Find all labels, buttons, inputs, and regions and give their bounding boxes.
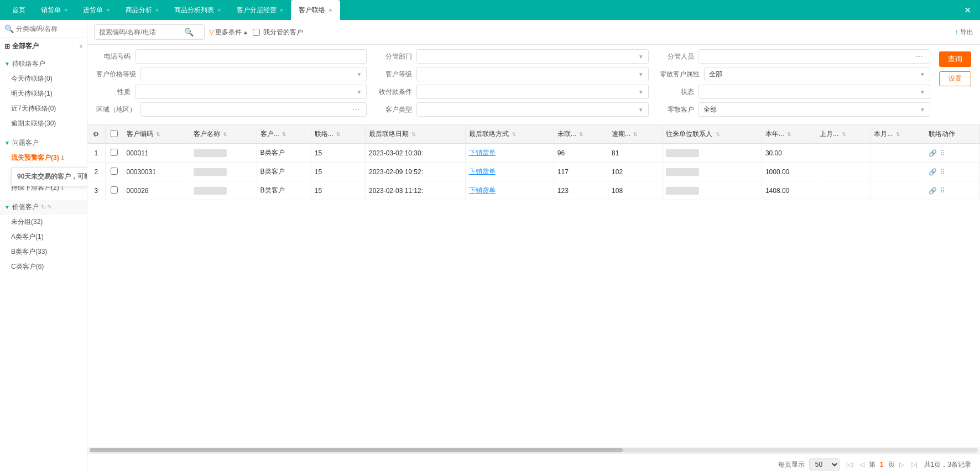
action-link-icon-2[interactable]: 🔗: [929, 168, 937, 176]
scrollbar-thumb[interactable]: [90, 448, 623, 452]
col-last-date[interactable]: 最后联络日期 ⇅: [365, 125, 465, 144]
edit-icon-value[interactable]: ✎: [47, 203, 52, 211]
filter-select-manager[interactable]: ···: [698, 49, 930, 64]
tab-analysis-list[interactable]: 商品分析列表 ×: [166, 0, 228, 20]
sidebar-item-overdue[interactable]: 逾期未联络(30): [0, 116, 87, 131]
cell-last-method-1[interactable]: 下销货单: [465, 144, 554, 163]
sidebar-item-a-class[interactable]: A类客户(1): [0, 229, 87, 244]
sort-icon-tmonth: ⇅: [896, 132, 900, 137]
cell-overdue-2: 102: [608, 163, 663, 181]
group-value-label: 价值客户: [12, 202, 39, 212]
sidebar-item-churn-warning[interactable]: 流失预警客户(3) ℹ 90天未交易的客户，可能有流失风险。: [0, 150, 87, 165]
search-input[interactable]: [99, 28, 182, 36]
action-menu-icon-1[interactable]: ⠿: [940, 149, 945, 157]
sidebar-group-pending-header[interactable]: ▼ 待联络客户: [0, 56, 87, 71]
tab-sales-close[interactable]: ×: [64, 7, 67, 13]
search-button-icon[interactable]: 🔍: [184, 28, 194, 36]
tab-sales[interactable]: 销货单 ×: [33, 0, 75, 20]
tab-customer-tier-close[interactable]: ×: [280, 7, 283, 13]
col-overdue[interactable]: 逾期... ⇅: [608, 125, 663, 144]
filter-select-customer-level[interactable]: ▼: [416, 67, 648, 81]
window-close-button[interactable]: ✕: [960, 5, 976, 15]
filter-row-2: 客户价格等级 ▼ 客户等级: [96, 67, 930, 81]
filter-select-status[interactable]: ▼: [698, 85, 930, 99]
col-code[interactable]: 客户编码 ⇅: [123, 125, 190, 144]
col-this-year[interactable]: 本年... ⇅: [762, 125, 816, 144]
more-conditions-btn[interactable]: ▽ 更多条件 ▲: [209, 28, 248, 37]
tab-home[interactable]: 首页: [4, 0, 33, 20]
col-last-method-label: 最后联络方式: [469, 130, 509, 138]
col-last-method[interactable]: 最后联络方式 ⇅: [465, 125, 554, 144]
filter-cell-region: 区域（地区） ···: [96, 102, 367, 117]
filter-select-payment[interactable]: ▼: [416, 85, 648, 99]
sort-icon-code: ⇅: [156, 132, 160, 137]
filter-row-1: 电话号码 分管部门 ▼: [96, 49, 930, 64]
sidebar-item-tomorrow[interactable]: 明天待联络(1): [0, 86, 87, 101]
filter-select-nature[interactable]: ▼: [135, 85, 367, 99]
col-last-month[interactable]: 上月... ⇅: [816, 125, 870, 144]
sidebar-item-c-class[interactable]: C类客户(6): [0, 259, 87, 274]
filter-select-customer-type[interactable]: ▼: [416, 102, 648, 117]
tab-analysis-list-close[interactable]: ×: [217, 7, 221, 13]
filter-select-retail-attr[interactable]: 全部 ▼: [704, 67, 930, 81]
settings-icon[interactable]: ⚙: [93, 131, 99, 138]
col-ctype[interactable]: 客户... ⇅: [257, 125, 311, 144]
page-last-btn[interactable]: ▷|: [909, 460, 920, 469]
filter-select-region[interactable]: ···: [140, 102, 367, 117]
sidebar-all-customers[interactable]: ⊞ 全部客户 «: [0, 38, 87, 54]
cell-last-method-2[interactable]: 下销货单: [465, 163, 554, 181]
page-prev-btn[interactable]: ◁: [857, 460, 867, 469]
col-checkbox[interactable]: [105, 125, 123, 144]
select-all-checkbox[interactable]: [111, 130, 118, 137]
refresh-icon-value[interactable]: ↻: [41, 203, 46, 211]
tab-analysis[interactable]: 商品分析 ×: [118, 0, 166, 20]
sort-icon-method: ⇅: [512, 132, 516, 137]
col-uncontact[interactable]: 未联... ⇅: [554, 125, 608, 144]
tab-customer-contact[interactable]: 客户联络 ×: [291, 0, 340, 20]
action-link-icon-3[interactable]: 🔗: [929, 187, 937, 195]
action-menu-icon-2[interactable]: ⠿: [940, 168, 945, 176]
per-page-select[interactable]: 50 20 100: [809, 458, 840, 471]
sidebar-group-problem-header[interactable]: ▼ 问题客户: [0, 135, 87, 150]
filter-input-phone[interactable]: [135, 49, 367, 64]
action-menu-icon-3[interactable]: ⠿: [940, 187, 945, 195]
filter-cell-price-level: 客户价格等级 ▼: [96, 67, 367, 81]
sidebar-item-ungroup[interactable]: 未分组(32): [0, 215, 87, 229]
cell-checkbox-1[interactable]: [105, 144, 123, 163]
tab-analysis-close[interactable]: ×: [155, 7, 159, 13]
filter-select-dept[interactable]: ▼: [416, 49, 648, 64]
sidebar-item-churn-warning-label: 流失预警客户(3): [11, 153, 59, 163]
sidebar-search-input[interactable]: [16, 25, 82, 33]
page-next-btn[interactable]: ▷: [897, 460, 906, 469]
page-first-btn[interactable]: |◁: [844, 460, 855, 469]
col-settings[interactable]: ⚙: [87, 125, 105, 144]
tab-customer-contact-close[interactable]: ×: [329, 7, 332, 13]
tab-purchase[interactable]: 进货单 ×: [75, 0, 117, 20]
filter-select-retail-customer[interactable]: 全部 ▼: [698, 102, 930, 117]
sidebar-item-today[interactable]: 今天待联络(0): [0, 71, 87, 86]
col-contact-person[interactable]: 往来单位联系人 ⇅: [663, 125, 762, 144]
my-customers-checkbox[interactable]: [253, 29, 260, 36]
row-checkbox-3[interactable]: [111, 186, 118, 194]
sidebar-item-7days[interactable]: 近7天待联络(0): [0, 101, 87, 116]
cell-last-method-3[interactable]: 下销货单: [465, 181, 554, 200]
tab-purchase-close[interactable]: ×: [106, 7, 110, 13]
sidebar-group-value-header[interactable]: ▼ 价值客户 ↻ ✎: [0, 200, 87, 215]
row-checkbox-1[interactable]: [111, 149, 118, 156]
row-checkbox-2[interactable]: [111, 168, 118, 175]
cell-checkbox-2[interactable]: [105, 163, 123, 181]
horizontal-scrollbar[interactable]: [87, 447, 980, 453]
cell-checkbox-3[interactable]: [105, 181, 123, 200]
my-customers-toggle[interactable]: 我分管的客户: [253, 28, 303, 37]
query-button[interactable]: 查询: [939, 51, 971, 67]
col-this-month[interactable]: 本月... ⇅: [870, 125, 925, 144]
cell-action-3: 🔗 ⠿: [925, 181, 979, 200]
tab-customer-tier[interactable]: 客户分层经营 ×: [229, 0, 291, 20]
action-link-icon-1[interactable]: 🔗: [929, 149, 937, 157]
sidebar-item-b-class[interactable]: B类客户(33): [0, 244, 87, 259]
col-contact-count[interactable]: 联络... ⇅: [311, 125, 365, 144]
col-name[interactable]: 客户名称 ⇅: [190, 125, 257, 144]
export-btn[interactable]: ↑ 导出: [955, 28, 973, 37]
filter-select-price-level[interactable]: ▼: [140, 67, 367, 81]
settings-button[interactable]: 设置: [939, 71, 971, 86]
